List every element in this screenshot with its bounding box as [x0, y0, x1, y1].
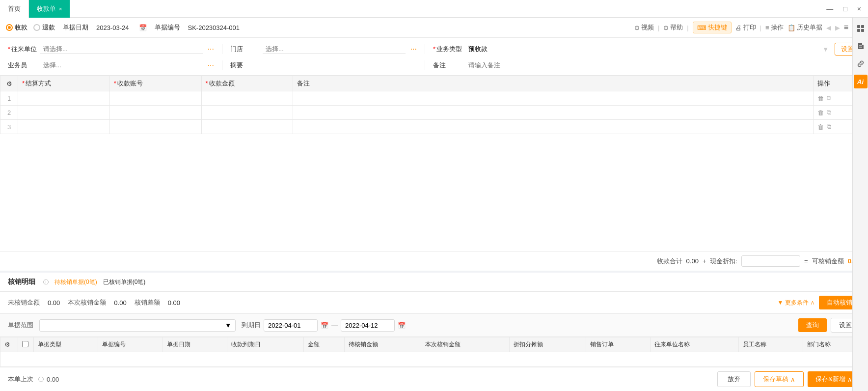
row-delete-icon-3[interactable]: 🗑 [817, 123, 824, 131]
row-account-1[interactable] [109, 91, 201, 106]
discount-input[interactable] [741, 255, 800, 267]
draft-arrow-icon: ∧ [790, 376, 795, 383]
per-order-info-icon[interactable]: ⓘ [38, 376, 44, 383]
tab-close-icon[interactable]: × [59, 6, 62, 12]
vth-type: 单据类型 [34, 337, 98, 352]
print-icon: 🖨 [735, 24, 742, 31]
vth-date: 单据日期 [163, 337, 227, 352]
close-window-button[interactable]: × [854, 4, 864, 14]
verify-info-icon[interactable]: ⓘ [43, 279, 49, 286]
abandon-button[interactable]: 放弃 [717, 371, 751, 387]
remarks-input[interactable] [465, 60, 860, 70]
summary-input[interactable] [263, 60, 417, 70]
vth-sales-order: 销售订单 [586, 337, 650, 352]
row-remarks-3[interactable] [293, 120, 814, 134]
number-label: 单据编号 [155, 23, 180, 32]
business-type-arrow[interactable]: ▼ [822, 46, 829, 53]
row-account-2[interactable] [109, 106, 201, 120]
print-btn[interactable]: 🖨 打印 [735, 23, 756, 32]
row-remarks-1[interactable] [293, 91, 814, 106]
verify-table: ⚙ 单据类型 单据编号 单据日期 收款到期日 金额 待核销金额 本次核销金额 折… [0, 337, 868, 367]
tab-receipt[interactable]: 收款单 × [29, 0, 70, 18]
row-amount-1[interactable] [201, 91, 293, 106]
save-draft-button[interactable]: 保存草稿 ∧ [755, 371, 804, 387]
diff-label: 核销差额 [135, 298, 160, 307]
salesperson-more-icon[interactable]: ··· [208, 61, 214, 70]
query-button[interactable]: 查询 [798, 318, 827, 332]
counterparty-more-icon[interactable]: ··· [208, 45, 214, 54]
vth-due-date: 收款到期日 [227, 337, 304, 352]
vth-checkbox[interactable] [18, 337, 34, 352]
row-remarks-2[interactable] [293, 106, 814, 120]
row-account-3[interactable] [109, 120, 201, 134]
th-settings[interactable]: ⚙ [0, 76, 18, 91]
calendar-to-icon[interactable]: 📅 [398, 322, 406, 329]
counterparty-input[interactable] [40, 44, 203, 54]
radio-receipt-dot [6, 24, 13, 31]
form-section: *往来单位 ··· 门店 ··· *业务类型 预收款 ▼ 设置 [0, 38, 868, 76]
row-amount-2[interactable] [201, 106, 293, 120]
sidebar-ai-icon[interactable]: Ai [854, 75, 868, 88]
verify-header: 核销明细 ⓘ 待核销单据(0笔) 已核销单据(0笔) [0, 273, 868, 292]
bottom-left: 本单上次 ⓘ 0.00 [8, 375, 59, 384]
per-order-label: 本单上次 [8, 375, 33, 384]
summary-row: 收款合计 0.00 + 现金折扣: = 可核销金额 0.00 [0, 251, 868, 271]
row-delete-icon-1[interactable]: 🗑 [817, 95, 824, 102]
row-settlement-1[interactable] [18, 91, 110, 106]
range-arrow-icon: ▼ [225, 322, 231, 329]
divider-1 [222, 44, 222, 54]
salesperson-input[interactable] [40, 60, 203, 70]
row-copy-icon-1[interactable]: ⧉ [827, 94, 831, 102]
video-btn[interactable]: ⊙ 视频 [634, 23, 654, 32]
sidebar-table-icon[interactable] [854, 22, 868, 35]
total-label: 收款合计 [657, 257, 682, 266]
tab-home[interactable]: 首页 [0, 0, 29, 18]
radio-receipt[interactable]: 收款 [6, 23, 27, 32]
vth-number: 单据编号 [98, 337, 163, 352]
row-amount-3[interactable] [201, 120, 293, 134]
store-input[interactable] [263, 44, 406, 54]
date-range-separator: — [331, 322, 338, 329]
layout-list-icon[interactable]: ≡ [844, 23, 848, 32]
store-field: 门店 ··· [230, 44, 417, 54]
filter-actions: 查询 设置 [798, 318, 860, 333]
vth-settings[interactable]: ⚙ [0, 337, 18, 352]
help-btn[interactable]: ⊙ 帮助 [663, 23, 683, 32]
table-row: 1 🗑 ⧉ [0, 91, 868, 106]
shortcut-btn[interactable]: ⌨ 快捷键 [693, 22, 732, 33]
row-copy-icon-2[interactable]: ⧉ [827, 109, 831, 116]
row-copy-icon-3[interactable]: ⧉ [827, 123, 831, 131]
vth-pending: 待核销金额 [345, 337, 421, 352]
sidebar-document-icon[interactable] [854, 39, 868, 53]
verify-empty-row [0, 352, 868, 367]
svg-rect-3 [861, 29, 864, 32]
history-btn[interactable]: 📋 历史单据 [787, 23, 822, 32]
row-settlement-2[interactable] [18, 106, 110, 120]
verify-filter-row: 单据范围 ▼ 到期日 📅 — 📅 查询 设置 [0, 314, 868, 337]
calendar-from-icon[interactable]: 📅 [321, 322, 328, 329]
nav-next-icon[interactable]: ▶ [835, 24, 840, 31]
verify-tab-pending[interactable]: 待核销单据(0笔) [54, 278, 97, 286]
date-to-input[interactable] [341, 319, 395, 332]
verify-tab-done[interactable]: 已核销单据(0笔) [103, 278, 146, 286]
summary-label: 摘要 [230, 61, 260, 70]
more-conditions-btn[interactable]: ▼ 更多条件 ∧ [777, 299, 815, 307]
minimize-button[interactable]: — [823, 4, 836, 14]
select-all-checkbox[interactable] [22, 341, 28, 347]
equals-sign: = [804, 257, 808, 265]
date-calendar-icon[interactable]: 📅 [139, 24, 147, 31]
radio-refund[interactable]: 退款 [33, 23, 55, 32]
salesperson-field: 业务员 ··· [8, 60, 214, 70]
row-delete-icon-2[interactable]: 🗑 [817, 109, 824, 116]
nav-prev-icon[interactable]: ◀ [826, 24, 831, 31]
sidebar-link-icon[interactable] [854, 57, 868, 71]
operation-btn[interactable]: ≡ 操作 [765, 23, 784, 32]
maximize-button[interactable]: □ [840, 4, 850, 14]
date-from-input[interactable] [264, 319, 318, 332]
table-row: 2 🗑 ⧉ [0, 106, 868, 120]
unverified-label: 未核销金额 [8, 298, 40, 307]
row-settlement-3[interactable] [18, 120, 110, 134]
store-more-icon[interactable]: ··· [410, 45, 417, 54]
range-select[interactable]: ▼ [39, 319, 236, 332]
salesperson-label: 业务员 [8, 61, 37, 70]
